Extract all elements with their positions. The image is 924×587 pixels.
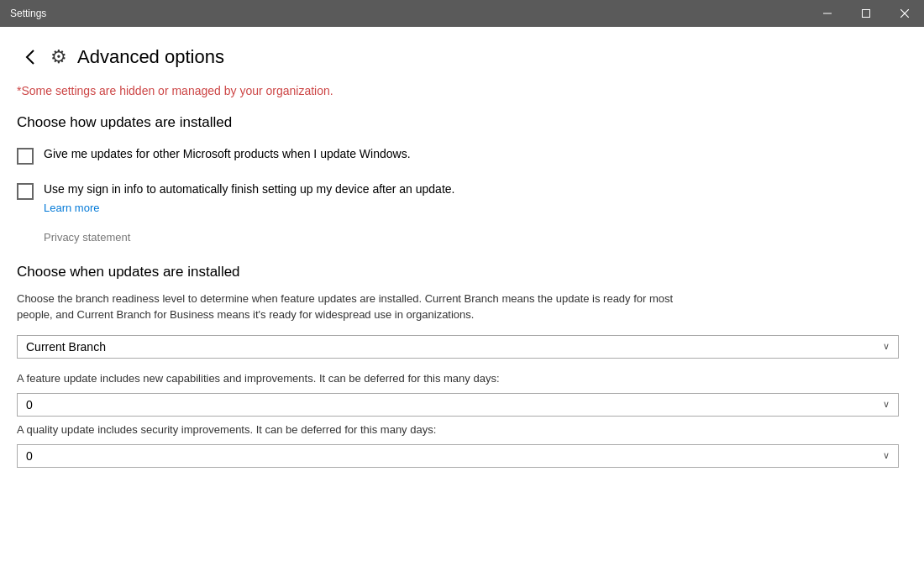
back-arrow-icon (25, 49, 35, 66)
privacy-statement-link[interactable]: Privacy statement (44, 231, 899, 244)
quality-days-arrow-icon: ∨ (874, 450, 890, 461)
page-title: Advanced options (77, 46, 224, 68)
settings-window: Settings ⚙ Adv (0, 0, 924, 587)
section2-title: Choose when updates are installed (17, 264, 899, 280)
checkbox-row-1: Give me updates for other Microsoft prod… (17, 146, 899, 165)
feature-days-arrow-icon: ∨ (874, 399, 890, 410)
minimize-button[interactable] (808, 0, 847, 27)
checkbox-row-2: Use my sign in info to automatically fin… (17, 181, 899, 214)
page-header: ⚙ Advanced options (17, 44, 899, 71)
gear-icon: ⚙ (50, 46, 67, 68)
branch-dropdown-value: Current Branch (26, 340, 106, 354)
branch-description: Choose the branch readiness level to det… (17, 291, 706, 323)
quality-days-dropdown[interactable]: 0 ∨ (17, 444, 899, 468)
titlebar-controls (808, 0, 924, 27)
section1-title: Choose how updates are installed (17, 114, 899, 131)
back-button[interactable] (17, 44, 44, 71)
titlebar: Settings (0, 0, 924, 27)
feature-update-description: A feature update includes new capabiliti… (17, 372, 706, 385)
titlebar-title: Settings (10, 8, 46, 19)
branch-dropdown[interactable]: Current Branch ∨ (17, 335, 899, 359)
maximize-button[interactable] (847, 0, 885, 27)
close-button[interactable] (885, 0, 924, 27)
quality-update-description: A quality update includes security impro… (17, 423, 706, 436)
feature-days-value: 0 (26, 398, 33, 411)
svg-rect-1 (863, 10, 870, 18)
feature-days-dropdown[interactable]: 0 ∨ (17, 393, 899, 417)
close-icon (900, 9, 909, 18)
checkbox2-label: Use my sign in info to automatically fin… (44, 182, 454, 196)
minimize-icon (823, 9, 832, 18)
learn-more-link[interactable]: Learn more (44, 202, 454, 214)
checkbox1-label: Give me updates for other Microsoft prod… (44, 146, 411, 163)
content-area: ⚙ Advanced options *Some settings are hi… (0, 27, 924, 587)
maximize-icon (862, 9, 870, 18)
branch-dropdown-arrow-icon: ∨ (874, 341, 890, 352)
checkbox-updates-other-products[interactable] (17, 148, 34, 165)
quality-days-value: 0 (26, 449, 33, 463)
org-notice: *Some settings are hidden or managed by … (17, 84, 899, 97)
svg-rect-0 (823, 13, 832, 14)
checkbox-sign-in-info[interactable] (17, 183, 34, 200)
